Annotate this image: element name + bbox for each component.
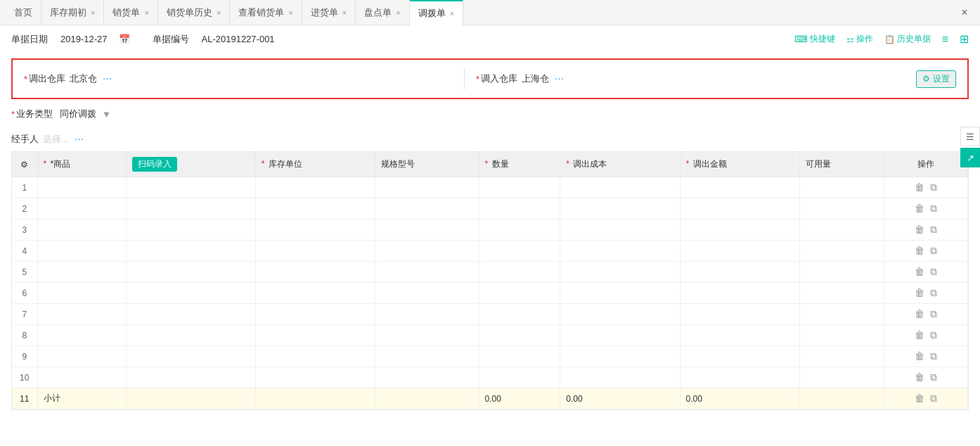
- unit-cell-5[interactable]: [255, 262, 375, 283]
- table-gear-icon[interactable]: ⚙: [20, 160, 28, 170]
- out-warehouse-dots[interactable]: ···: [103, 72, 112, 85]
- product-cell-10[interactable]: [37, 367, 126, 388]
- unit-cell-10[interactable]: [255, 367, 375, 388]
- cost-cell-9[interactable]: [560, 346, 680, 367]
- scan-button[interactable]: 扫码录入: [132, 157, 177, 172]
- unit-cell-8[interactable]: [255, 325, 375, 346]
- cost-cell-2[interactable]: [560, 198, 680, 219]
- delete-icon-9[interactable]: 🗑: [915, 350, 924, 362]
- cost-cell-3[interactable]: [560, 219, 680, 241]
- business-dropdown-icon[interactable]: ▼: [102, 109, 111, 120]
- product-cell-6[interactable]: [37, 283, 126, 304]
- tab-close-inventory-init[interactable]: ×: [91, 8, 95, 17]
- delete-icon-1[interactable]: 🗑: [915, 181, 924, 193]
- unit-cell-9[interactable]: [255, 346, 375, 367]
- unit-cell-6[interactable]: [255, 283, 375, 304]
- tab-inventory-init[interactable]: 库存期初 ×: [41, 0, 104, 25]
- amount-cell-3[interactable]: [680, 219, 799, 241]
- amount-cell-9[interactable]: [680, 346, 799, 367]
- product-cell-8[interactable]: [37, 325, 126, 346]
- qty-cell-3[interactable]: [479, 219, 560, 241]
- copy-icon-5[interactable]: ⧉: [930, 266, 937, 277]
- spec-cell-3[interactable]: [375, 219, 479, 241]
- product-cell-5[interactable]: [37, 262, 126, 283]
- spec-cell-9[interactable]: [375, 346, 479, 367]
- copy-icon-6[interactable]: ⧉: [930, 287, 937, 298]
- delete-icon-7[interactable]: 🗑: [915, 308, 924, 319]
- cost-cell-6[interactable]: [560, 283, 680, 304]
- delete-icon-2[interactable]: 🗑: [915, 203, 924, 214]
- spec-cell-10[interactable]: [375, 367, 479, 388]
- layout-icon-2[interactable]: ⊞: [960, 32, 969, 46]
- copy-icon-3[interactable]: ⧉: [930, 224, 937, 235]
- amount-cell-6[interactable]: [680, 283, 799, 304]
- amount-cell-1[interactable]: [680, 177, 799, 198]
- delete-icon-8[interactable]: 🗑: [915, 329, 924, 340]
- qty-cell-8[interactable]: [479, 325, 560, 346]
- qty-cell-1[interactable]: [479, 177, 560, 198]
- amount-cell-2[interactable]: [680, 198, 799, 219]
- tab-close-view-sales[interactable]: ×: [288, 8, 292, 17]
- qty-cell-7[interactable]: [479, 304, 560, 325]
- cost-cell-8[interactable]: [560, 325, 680, 346]
- copy-icon-7[interactable]: ⧉: [930, 308, 937, 319]
- tab-close-purchase[interactable]: ×: [342, 8, 347, 17]
- spec-cell-4[interactable]: [375, 241, 479, 262]
- qty-cell-10[interactable]: [479, 367, 560, 388]
- unit-cell-2[interactable]: [255, 198, 375, 219]
- settings-button[interactable]: ⚙ 设置: [916, 70, 956, 88]
- copy-icon-8[interactable]: ⧉: [930, 329, 937, 340]
- product-cell-7[interactable]: [37, 304, 126, 325]
- cost-cell-4[interactable]: [560, 241, 680, 262]
- unit-cell-4[interactable]: [255, 241, 375, 262]
- copy-icon-4[interactable]: ⧉: [930, 245, 937, 256]
- amount-cell-5[interactable]: [680, 262, 799, 283]
- product-cell-2[interactable]: [37, 198, 126, 219]
- spec-cell-1[interactable]: [375, 177, 479, 198]
- calendar-icon[interactable]: 📅: [119, 34, 130, 44]
- tab-close-sales-order[interactable]: ×: [144, 8, 148, 17]
- spec-cell-8[interactable]: [375, 325, 479, 346]
- amount-cell-7[interactable]: [680, 304, 799, 325]
- copy-icon-2[interactable]: ⧉: [930, 203, 937, 214]
- qty-cell-2[interactable]: [479, 198, 560, 219]
- amount-cell-4[interactable]: [680, 241, 799, 262]
- history-btn[interactable]: 📋 历史单据: [884, 33, 931, 45]
- layout-icon-1[interactable]: ≡: [942, 33, 948, 46]
- tab-sales-history[interactable]: 销货单历史 ×: [158, 0, 230, 25]
- cost-cell-7[interactable]: [560, 304, 680, 325]
- qty-cell-4[interactable]: [479, 241, 560, 262]
- spec-cell-6[interactable]: [375, 283, 479, 304]
- window-close-button[interactable]: ×: [955, 3, 974, 23]
- tab-close-sales-history[interactable]: ×: [217, 8, 221, 17]
- subtotal-delete-icon[interactable]: 🗑: [915, 393, 924, 404]
- delete-icon-3[interactable]: 🗑: [915, 224, 924, 235]
- subtotal-copy-icon[interactable]: ⧉: [930, 393, 937, 404]
- tab-purchase[interactable]: 进货单 ×: [302, 0, 356, 25]
- unit-cell-3[interactable]: [255, 219, 375, 241]
- cost-cell-1[interactable]: [560, 177, 680, 198]
- tab-close-transfer[interactable]: ×: [450, 9, 454, 18]
- tab-sales-order[interactable]: 销货单 ×: [104, 0, 157, 25]
- unit-cell-1[interactable]: [255, 177, 375, 198]
- copy-icon-9[interactable]: ⧉: [930, 350, 937, 362]
- amount-cell-8[interactable]: [680, 325, 799, 346]
- product-cell-9[interactable]: [37, 346, 126, 367]
- qty-cell-5[interactable]: [479, 262, 560, 283]
- spec-cell-5[interactable]: [375, 262, 479, 283]
- delete-icon-5[interactable]: 🗑: [915, 266, 924, 277]
- tab-transfer[interactable]: 调拨单 ×: [410, 0, 463, 25]
- sidebar-export-icon[interactable]: ↗: [960, 148, 980, 167]
- tab-inventory-check[interactable]: 盘点单 ×: [356, 0, 409, 25]
- product-cell-1[interactable]: [37, 177, 126, 198]
- sidebar-list-icon[interactable]: ☰: [960, 127, 980, 146]
- cost-cell-5[interactable]: [560, 262, 680, 283]
- amount-cell-10[interactable]: [680, 367, 799, 388]
- in-warehouse-dots[interactable]: ···: [555, 72, 564, 85]
- spec-cell-2[interactable]: [375, 198, 479, 219]
- delete-icon-4[interactable]: 🗑: [915, 245, 924, 256]
- shortcut-btn[interactable]: ⌨ 快捷键: [794, 33, 835, 45]
- copy-icon-1[interactable]: ⧉: [930, 181, 937, 193]
- tab-view-sales[interactable]: 查看销货单 ×: [230, 0, 302, 25]
- delete-icon-10[interactable]: 🗑: [915, 371, 924, 383]
